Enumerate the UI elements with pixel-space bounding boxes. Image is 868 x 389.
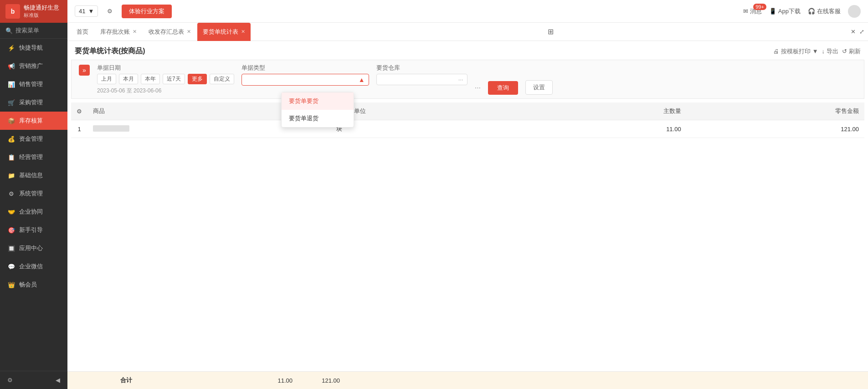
filter-more-btn[interactable]: ··· (475, 84, 481, 95)
tab-collection-summary[interactable]: 收发存汇总表 ✕ (143, 23, 196, 41)
table-header-row: ⚙ 商品 主计量单位 主数量 零售金额 (71, 102, 864, 120)
filter-date-more[interactable]: 更多 (188, 74, 207, 84)
sidebar-item-quick-nav[interactable]: ⚡ 快捷导航 (0, 39, 67, 57)
page-title: 要货单统计表(按商品) (75, 46, 145, 56)
filter-type-group: 单据类型 ▲ (241, 64, 369, 86)
tab-bar-expand-icon[interactable]: ⤢ (859, 28, 864, 35)
sidebar-item-enterprise[interactable]: 🤝 企业协同 (0, 203, 67, 221)
message-icon: ✉ (743, 8, 748, 15)
guide-icon: 🎯 (7, 226, 15, 234)
footer-total-amount: 121.00 (303, 377, 340, 384)
sidebar-item-guide[interactable]: 🎯 新手引导 (0, 221, 67, 239)
phone-icon: 📱 (769, 8, 776, 15)
table-cell-quantity: 11.00 (539, 120, 687, 138)
refresh-btn[interactable]: ↺ 刷新 (842, 47, 861, 56)
marketing-icon: 📢 (7, 62, 15, 70)
sidebar-item-marketing[interactable]: 📢 营销推广 (0, 57, 67, 75)
filter-date-last-month[interactable]: 上月 (97, 74, 116, 84)
table-row: 1 块 11.00 121.00 (71, 120, 864, 138)
data-table: ⚙ 商品 主计量单位 主数量 零售金额 1 块 11.00 (71, 102, 864, 138)
filter-warehouse-more-icon: ··· (458, 76, 463, 83)
table-col-settings[interactable]: ⚙ (71, 102, 87, 120)
tab-expand-btn[interactable]: ⊞ (548, 27, 554, 36)
sidebar-item-basic[interactable]: 📁 基础信息 (0, 166, 67, 184)
settings-icon: ⚙ (107, 8, 113, 15)
tab-inventory-batch[interactable]: 库存批次账 ✕ (95, 23, 142, 41)
inventory-icon: 📦 (7, 117, 15, 125)
search-icon: 🔍 (5, 27, 13, 34)
sidebar-item-finance[interactable]: 💰 资金管理 (0, 130, 67, 148)
table-col-quantity: 主数量 (539, 102, 687, 120)
sidebar-item-system[interactable]: ⚙ 系统管理 (0, 184, 67, 203)
filter-type-select-arrow-icon: ▲ (359, 76, 365, 83)
main-content: 41 ▼ ⚙ 体验行业方案 ✉ 消息 99+ 📱 App下载 🎧 在线客服 (67, 0, 868, 389)
wechat-icon: 💬 (7, 262, 15, 271)
tab-bar-close-icon[interactable]: ✕ (851, 28, 856, 35)
tab-close-collection-summary[interactable]: ✕ (187, 29, 191, 35)
dropdown-item-order-return[interactable]: 要货单退货 (282, 110, 354, 127)
print-btn[interactable]: 🖨 按模板打印 ▼ (773, 47, 818, 56)
table-body: 1 块 11.00 121.00 (71, 120, 864, 138)
table-cell-unit: 块 (331, 120, 539, 138)
filter-toggle-btn[interactable]: » (79, 65, 90, 76)
table-cell-amount: 121.00 (687, 120, 864, 138)
tab-close-order-summary[interactable]: ✕ (241, 29, 245, 35)
tab-order-summary[interactable]: 要货单统计表 ✕ (197, 23, 251, 41)
print-chevron-icon: ▼ (812, 48, 818, 55)
sidebar-search[interactable]: 🔍 搜索菜单 (0, 23, 67, 39)
trial-btn[interactable]: 体验行业方案 (122, 5, 172, 18)
footer-settings-icon[interactable]: ⚙ (7, 377, 13, 384)
export-btn[interactable]: ↓ 导出 (822, 47, 839, 56)
filter-type-label: 单据类型 (241, 64, 369, 72)
filter-settings-btn[interactable]: 设置 (525, 80, 553, 95)
filter-date-range: 2023-05-06 至 2023-06-06 (97, 87, 234, 95)
filter-type-select[interactable]: ▲ (241, 74, 369, 86)
sidebar-item-purchase[interactable]: 🛒 采购管理 (0, 93, 67, 112)
sidebar-item-inventory[interactable]: 📦 库存核算 (0, 112, 67, 130)
user-avatar[interactable] (848, 5, 861, 18)
sidebar-item-operation[interactable]: 📋 经营管理 (0, 148, 67, 166)
online-service-action[interactable]: 🎧 在线客服 (808, 7, 841, 15)
filter-bar: » 单据日期 上月 本月 本年 近7天 更多 自定义 2023-05-06 至 … (71, 60, 864, 99)
table-container: ⚙ 商品 主计量单位 主数量 零售金额 1 块 11.00 (71, 102, 864, 368)
messages-action[interactable]: ✉ 消息 99+ (743, 7, 762, 15)
filter-date-label: 单据日期 (97, 64, 234, 72)
filter-date-last-7-days[interactable]: 近7天 (163, 74, 185, 84)
service-icon: 🎧 (808, 8, 815, 15)
app-logo: b (5, 4, 20, 19)
dropdown-item-order-goods[interactable]: 要货单要货 (282, 92, 354, 110)
quick-nav-icon: ⚡ (7, 44, 15, 52)
sidebar-item-sales[interactable]: 📊 销售管理 (0, 75, 67, 93)
top-header: 41 ▼ ⚙ 体验行业方案 ✉ 消息 99+ 📱 App下载 🎧 在线客服 (67, 0, 868, 23)
sidebar-item-wechat[interactable]: 💬 企业微信 (0, 257, 67, 276)
appstore-icon: 🔲 (7, 244, 15, 252)
members-icon: 👑 (7, 281, 15, 289)
sidebar-item-members[interactable]: 👑 畅会员 (0, 276, 67, 294)
filter-warehouse-group: 要货仓库 ··· (376, 64, 467, 85)
basic-icon: 📁 (7, 171, 15, 179)
page-actions: 🖨 按模板打印 ▼ ↓ 导出 ↺ 刷新 (773, 47, 861, 56)
operation-icon: 📋 (7, 153, 15, 161)
filter-date-this-month[interactable]: 本月 (119, 74, 138, 84)
sales-icon: 📊 (7, 80, 15, 88)
filter-date-options: 上月 本月 本年 近7天 更多 自定义 (97, 74, 234, 84)
tab-home[interactable]: 首页 (71, 23, 94, 41)
sidebar-header: b 畅捷通好生意 标准版 (0, 0, 67, 23)
filter-query-btn[interactable]: 查询 (488, 81, 518, 95)
store-selector[interactable]: 41 ▼ (75, 5, 98, 17)
sidebar-item-appstore[interactable]: 🔲 应用中心 (0, 239, 67, 257)
app-title: 畅捷通好生意 标准版 (24, 4, 59, 18)
app-download-action[interactable]: 📱 App下载 (769, 7, 801, 15)
tab-close-inventory-batch[interactable]: ✕ (133, 29, 137, 35)
filter-date-custom[interactable]: 自定义 (210, 74, 234, 84)
sidebar-collapse-btn[interactable]: ◀ (56, 377, 60, 384)
export-icon: ↓ (822, 48, 825, 55)
filter-warehouse-select[interactable]: ··· (376, 74, 467, 85)
finance-icon: 💰 (7, 135, 15, 143)
header-settings-btn[interactable]: ⚙ (103, 5, 116, 18)
filter-date-group: 单据日期 上月 本月 本年 近7天 更多 自定义 2023-05-06 至 20… (97, 64, 234, 95)
filter-date-this-year[interactable]: 本年 (141, 74, 160, 84)
store-chevron-icon: ▼ (88, 8, 94, 15)
table-col-amount: 零售金额 (687, 102, 864, 120)
page-title-bar: 要货单统计表(按商品) 🖨 按模板打印 ▼ ↓ 导出 ↺ 刷新 (67, 41, 868, 60)
